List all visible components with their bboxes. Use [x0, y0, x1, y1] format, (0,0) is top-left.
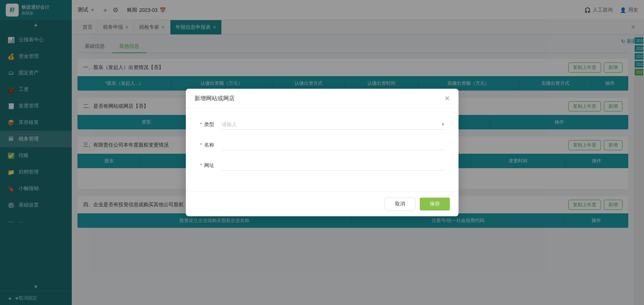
- dialog-title: 新增网站或网店: [194, 95, 235, 102]
- required-marker: *: [200, 121, 202, 127]
- url-input[interactable]: [222, 160, 444, 171]
- save-button[interactable]: 保存: [420, 198, 450, 211]
- required-marker: *: [200, 162, 202, 168]
- type-dropdown-icon[interactable]: ▾: [442, 121, 444, 127]
- cancel-button[interactable]: 取消: [385, 198, 415, 211]
- dialog-header: 新增网站或网店 ✕: [186, 89, 459, 108]
- field-type-label: * 类型: [200, 121, 222, 128]
- dialog-footer: 取消 保存: [186, 191, 459, 216]
- name-input[interactable]: [222, 140, 444, 150]
- type-input[interactable]: [222, 119, 444, 130]
- required-marker: *: [200, 142, 202, 148]
- form-field-name: * 名称: [200, 140, 444, 150]
- dialog-close-icon[interactable]: ✕: [445, 94, 450, 102]
- form-field-url: * 网址: [200, 160, 444, 171]
- field-url-wrap: [222, 160, 444, 171]
- add-website-dialog: 新增网站或网店 ✕ * 类型 ▾ * 名称: [186, 89, 459, 216]
- dialog-body: * 类型 ▾ * 名称 *: [186, 108, 459, 191]
- field-url-label: * 网址: [200, 162, 222, 169]
- field-name-label: * 名称: [200, 142, 222, 148]
- dialog-overlay[interactable]: 新增网站或网店 ✕ * 类型 ▾ * 名称: [0, 0, 644, 305]
- field-type-wrap: ▾: [222, 119, 444, 130]
- form-field-type: * 类型 ▾: [200, 119, 444, 130]
- field-name-wrap: [222, 140, 444, 150]
